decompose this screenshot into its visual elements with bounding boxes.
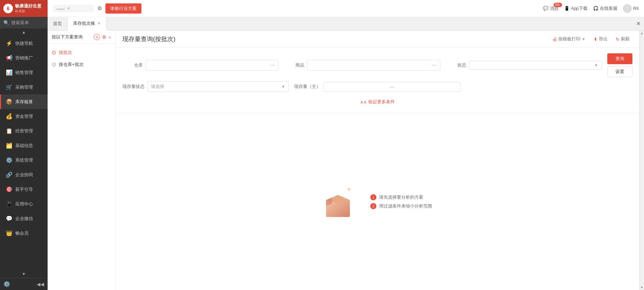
print-btn[interactable]: 🖨 按模板打印 ▼ [549, 35, 588, 43]
add-plan-btn[interactable]: + [94, 34, 100, 40]
filter-stock-qty-group: 现存量（主） — [294, 82, 460, 92]
sidebar-item-basic[interactable]: 🗂️ 基础信息 [0, 138, 48, 153]
stock-status-select[interactable]: 请选择 ▼ [147, 81, 289, 92]
warehouse-dots[interactable]: ··· [270, 62, 275, 68]
scroll-down-icon[interactable]: ▼ [640, 286, 644, 289]
refresh-btn[interactable]: ↻ 刷新 [613, 35, 632, 43]
search-icon: 🔍 [3, 20, 9, 25]
messages-badge: 99+ [554, 3, 562, 7]
sidebar-item-marketing[interactable]: 📢 营销推广 [0, 51, 48, 65]
scroll-up-btn[interactable]: ▲ [0, 29, 48, 36]
plan-settings-icon[interactable]: ⚙ [102, 34, 106, 40]
tab-close-btn[interactable]: ✕ [97, 21, 101, 26]
main-panel: 现存量查询(按批次) 🖨 按模板打印 ▼ ⬆ 导出 ↻ 刷新 [116, 31, 639, 290]
goods-input[interactable]: ··· [307, 60, 440, 71]
sidebar-header: 6 畅康通好生意 标准版 [0, 0, 48, 17]
collapse-panel-btn[interactable]: « [108, 34, 111, 40]
close-all-tabs-btn[interactable]: ✕ [636, 20, 641, 27]
sidebar-item-wechat[interactable]: 💬 企业微信 [0, 211, 48, 226]
nav-icon-appcenter: 📱 [6, 201, 13, 207]
nav-icon-purchase: 🛒 [6, 84, 13, 90]
plan-list: ⊙ 按批次 ⊙ 按仓库+批次 [48, 44, 115, 290]
nav-icon-enterprise: 🔗 [6, 171, 13, 178]
app-logo: 6 [3, 4, 13, 13]
empty-state: ✦ · 1 请 [116, 113, 639, 290]
content-area: 按以下方案查询 + ⚙ « ⊙ 按批次 ⊙ 按仓库+批次 [48, 31, 644, 290]
app-subtitle: 标准版 [15, 9, 41, 14]
sidebar-item-inventory[interactable]: 📦 库存核算 [0, 94, 48, 109]
main-content: ▬▬ ▼ ⚙ 体验行业方案 💬 消息 99+ 📱 App下载 🎧 在线客服 Ri… [48, 0, 644, 290]
sidebar-item-purchase[interactable]: 🛒 采购管理 [0, 80, 48, 94]
print-dropdown-icon[interactable]: ▼ [582, 37, 586, 41]
collapse-sidebar-btn[interactable]: ◀◀ [37, 282, 44, 287]
app-download-icon: 📱 [564, 6, 570, 11]
scroll-down-btn[interactable]: ▼ [0, 270, 48, 278]
app-title: 畅康通好生意 [15, 3, 41, 9]
filter-row-1: 仓库 ··· 商品 ··· 状态 [122, 53, 632, 77]
page-header-actions: 🖨 按模板打印 ▼ ⬆ 导出 ↻ 刷新 [549, 35, 632, 43]
nav-icon-wechat: 💬 [6, 215, 13, 222]
nav-label-sales: 销售管理 [15, 70, 33, 76]
goods-dots[interactable]: ··· [432, 62, 436, 68]
sidebar-item-quick-nav[interactable]: ⚡ 快捷导航 [0, 36, 48, 51]
plan-item-warehouse-batch[interactable]: ⊙ 按仓库+批次 [48, 58, 115, 70]
setting-btn[interactable]: 设置 [607, 66, 632, 77]
tab-home-label: 首页 [53, 21, 62, 27]
tab-inventory-batch-label: 库存批次账 [73, 20, 95, 26]
collapse-bar[interactable]: ∧∧ 收起更多条件 [122, 96, 632, 108]
tab-home[interactable]: 首页 [48, 17, 68, 30]
sidebar-item-enterprise[interactable]: 🔗 企业协同 [0, 167, 48, 182]
settings-icon[interactable]: ⚙️ [3, 281, 10, 287]
status-label: 状态 [446, 62, 466, 68]
messages-btn[interactable]: 💬 消息 99+ [543, 5, 559, 12]
tip-text-1: 请先选择要分析的方案 [379, 194, 423, 200]
query-btn[interactable]: 查询 [607, 53, 632, 64]
sidebar-item-system[interactable]: ⚙️ 系统管理 [0, 153, 48, 167]
export-btn[interactable]: ⬆ 导出 [591, 35, 610, 43]
page-title: 现存量查询(按批次) [122, 35, 175, 43]
filter-status-group: 状态 ▼ [446, 61, 602, 70]
topbar-search-left-icon: ▬▬ [56, 6, 65, 11]
online-service-label: 在线客服 [600, 5, 617, 12]
plan-item-by-batch[interactable]: ⊙ 按批次 [48, 47, 115, 58]
panel-header: 按以下方案查询 + ⚙ « [48, 31, 115, 44]
nav-icon-newguide: 🎯 [6, 186, 13, 193]
empty-illustration: ✦ · [323, 185, 357, 219]
tip-num-2: 2 [370, 203, 376, 209]
stock-status-chevron: ▼ [281, 85, 285, 89]
nav-label-enterprise: 企业协同 [15, 172, 33, 178]
status-select[interactable]: ▼ [469, 61, 602, 70]
avatar [623, 4, 632, 13]
tab-inventory-batch[interactable]: 库存批次账 ✕ [68, 17, 106, 31]
status-chevron: ▼ [594, 63, 598, 67]
topbar-gear-icon[interactable]: ⚙ [97, 5, 102, 12]
topbar-search[interactable]: ▬▬ ▼ [53, 5, 94, 12]
svg-text:✦: ✦ [346, 186, 352, 193]
nav-icon-finance: 💰 [6, 113, 13, 120]
nav-label-newguide: 新手引导 [15, 186, 33, 193]
stock-qty-range[interactable]: — [323, 82, 460, 92]
warehouse-label: 仓库 [122, 62, 143, 68]
nav-icon-basic: 🗂️ [6, 142, 13, 149]
sidebar-item-operation[interactable]: 📋 经营管理 [0, 124, 48, 138]
stock-qty-placeholder: — [390, 84, 394, 89]
nav-icon-system: ⚙️ [6, 157, 13, 163]
sidebar-item-appcenter[interactable]: 📱 应用中心 [0, 197, 48, 211]
warehouse-input[interactable]: ··· [146, 60, 278, 71]
scroll-up-icon[interactable]: ▲ [640, 31, 644, 35]
sidebar-item-newguide[interactable]: 🎯 新手引导 [0, 182, 48, 197]
online-service-btn[interactable]: 🎧 在线客服 [593, 5, 617, 12]
filter-area: 仓库 ··· 商品 ··· 状态 [116, 48, 639, 113]
topbar-dropdown-icon: ▼ [67, 6, 71, 11]
nav-icon-operation: 📋 [6, 128, 13, 134]
user-menu[interactable]: Rit [623, 4, 639, 13]
export-icon: ⬆ [594, 37, 597, 42]
search-menu[interactable]: 🔍 搜索菜单 [0, 17, 48, 29]
user-name: Rit [633, 6, 639, 11]
sidebar-item-sales[interactable]: 📊 销售管理 [0, 65, 48, 80]
sidebar-item-member[interactable]: 👑 畅会员 [0, 226, 48, 240]
trial-btn[interactable]: 体验行业方案 [105, 3, 141, 14]
app-download-btn[interactable]: 📱 App下载 [564, 5, 588, 12]
sidebar-item-finance[interactable]: 💰 资金管理 [0, 109, 48, 124]
stock-status-placeholder: 请选择 [151, 84, 164, 90]
